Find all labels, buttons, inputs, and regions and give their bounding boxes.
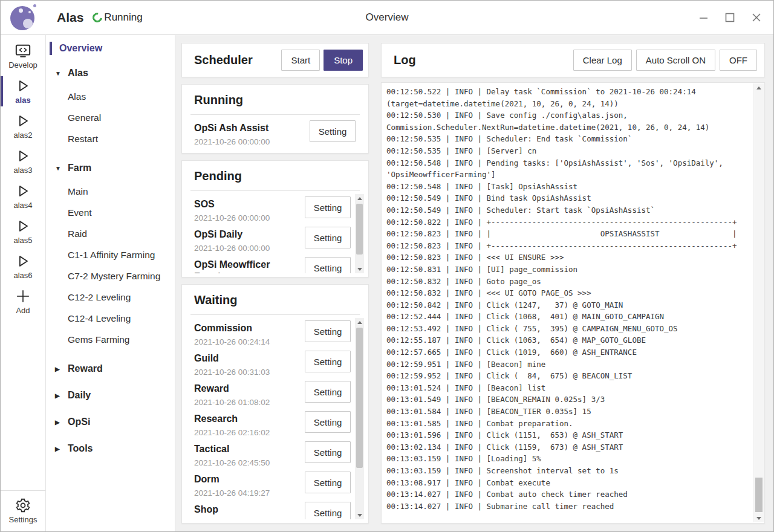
task-next-run-time: 2021-10-26 00:00:00 [194,137,304,146]
nav-section-daily[interactable]: ▶Daily [46,382,175,409]
scroll-up-icon[interactable] [355,318,364,326]
nav-item-c12-4-leveling[interactable]: C12-4 Leveling [46,308,175,329]
rail-item-settings[interactable]: Settings [1,495,45,530]
scroll-down-icon[interactable] [355,265,364,273]
nav-section-label: OpSi [68,417,90,427]
task-name: OpSi Daily [194,229,303,241]
task-name: SOS [194,198,303,210]
plus-icon [15,288,31,304]
rail-item-alas4[interactable]: alas4 [1,180,45,215]
log-text: 00:12:50.522 | INFO | Delay task `Commis… [386,86,749,521]
scroll-up-icon[interactable] [754,83,764,92]
nav-item-general[interactable]: General [46,108,175,129]
nav-section-opsi[interactable]: ▶OpSi [46,409,175,435]
task-name: Commission [194,322,303,334]
running-task-list: OpSi Ash Assist2021-10-26 00:00:00Settin… [194,118,364,146]
rail-item-alas3[interactable]: alas3 [1,145,45,180]
task-name: OpSi Ash Assist [194,122,303,134]
scroll-down-icon[interactable] [355,511,364,519]
nav-section-label: Daily [68,390,91,401]
gear-icon [15,498,31,513]
scroll-up-icon[interactable] [355,194,364,203]
rail-item-alas6[interactable]: alas6 [1,250,45,285]
task-setting-button[interactable]: Setting [305,502,351,519]
task-row: ShopSetting [194,499,304,519]
rail-item-alas[interactable]: alas [1,75,45,110]
task-name: Guild [194,352,303,365]
maximize-icon[interactable] [725,13,735,22]
nav-section-alas[interactable]: ▼Alas [46,60,175,86]
task-row: OpSi Meowfficer FarmingSetting [194,255,304,273]
nav-item-c7-2-mystery-farming[interactable]: C7-2 Mystery Farming [46,266,175,287]
nav-section-farm[interactable]: ▼Farm [46,155,175,181]
nav-item-main[interactable]: Main [46,181,175,203]
waiting-scrollbar[interactable] [355,318,364,519]
pending-scrollbar[interactable] [355,194,364,273]
pending-title: Pending [182,169,368,183]
auto-scroll-on-button[interactable]: Auto Scroll ON [636,50,715,71]
task-row: Research2021-10-26 02:16:02Setting [194,409,304,439]
stop-button[interactable]: Stop [324,50,363,71]
nav-item-c12-2-leveling[interactable]: C12-2 Leveling [46,287,175,308]
minimize-icon[interactable] [698,13,708,22]
task-next-run-time: 2021-10-26 00:00:00 [194,244,304,253]
rail-item-develop[interactable]: Develop [1,40,45,75]
scrollbar-thumb[interactable] [356,328,363,468]
close-icon[interactable] [752,13,761,22]
rail-item-add[interactable]: Add [1,285,45,320]
nav-item-event[interactable]: Event [46,203,175,224]
nav-item-overview[interactable]: Overview [46,42,175,54]
nav-item-alas[interactable]: Alas [46,86,175,108]
play-icon [15,218,31,234]
task-next-run-time: 2021-10-26 02:16:02 [194,428,304,437]
start-button[interactable]: Start [281,50,320,71]
nav-section-reward[interactable]: ▶Reward [46,355,175,382]
nav-section-label: Reward [68,363,103,374]
task-name: Tactical [194,443,303,455]
task-setting-button[interactable]: Setting [305,196,351,218]
task-column: Scheduler Start Stop Running OpSi Ash As… [175,35,375,532]
task-setting-button[interactable]: Setting [305,441,351,463]
running-viewport: OpSi Ash Assist2021-10-26 00:00:00Settin… [182,118,364,149]
scrollbar-thumb[interactable] [356,204,363,255]
nav-item-c1-1-affinity-farming[interactable]: C1-1 Affinity Farming [46,245,175,266]
auto-scroll-off-button[interactable]: OFF [720,50,757,71]
pending-viewport: SOS2021-10-26 00:00:00SettingOpSi Daily2… [182,194,364,273]
task-setting-button[interactable]: Setting [305,351,351,372]
divider [190,314,360,315]
triangle-right-icon: ▶ [55,392,62,399]
task-row: Guild2021-10-26 00:31:03Setting [194,348,304,378]
divider [190,114,360,115]
task-setting-button[interactable]: Setting [305,411,351,433]
nav-section-label: Alas [68,68,88,79]
divider [190,190,360,191]
nav-item-restart[interactable]: Restart [46,129,175,150]
task-setting-button[interactable]: Setting [305,472,351,493]
rail-item-alas5[interactable]: alas5 [1,215,45,250]
triangle-right-icon: ▶ [55,446,62,452]
task-row: OpSi Ash Assist2021-10-26 00:00:00Settin… [194,118,304,146]
task-name: OpSi Meowfficer Farming [194,259,303,273]
task-row: Reward2021-10-26 01:08:02Setting [194,378,304,409]
triangle-down-icon: ▼ [55,70,62,77]
task-name: Reward [194,383,303,395]
task-setting-button[interactable]: Setting [305,381,351,403]
scrollbar-thumb[interactable] [755,478,763,512]
log-scrollbar[interactable] [753,83,764,522]
rail-item-alas2[interactable]: alas2 [1,110,45,145]
nav-section-tools[interactable]: ▶Tools [46,435,175,462]
nav-item-gems-farming[interactable]: Gems Farming [46,329,175,351]
task-row: Commission2021-10-26 00:24:14Setting [194,318,304,348]
app-name: Alas [57,10,83,25]
rail-item-label: Add [16,306,30,315]
clear-log-button[interactable]: Clear Log [573,50,632,71]
triangle-right-icon: ▶ [55,366,62,372]
scroll-down-icon[interactable] [754,514,764,522]
rail-item-label: Settings [9,515,37,524]
task-setting-button[interactable]: Setting [305,257,351,273]
task-setting-button[interactable]: Setting [310,120,356,142]
title-bar: Alas Running Overview [1,1,773,35]
nav-item-raid[interactable]: Raid [46,224,175,245]
task-setting-button[interactable]: Setting [305,320,351,342]
task-setting-button[interactable]: Setting [305,227,351,248]
